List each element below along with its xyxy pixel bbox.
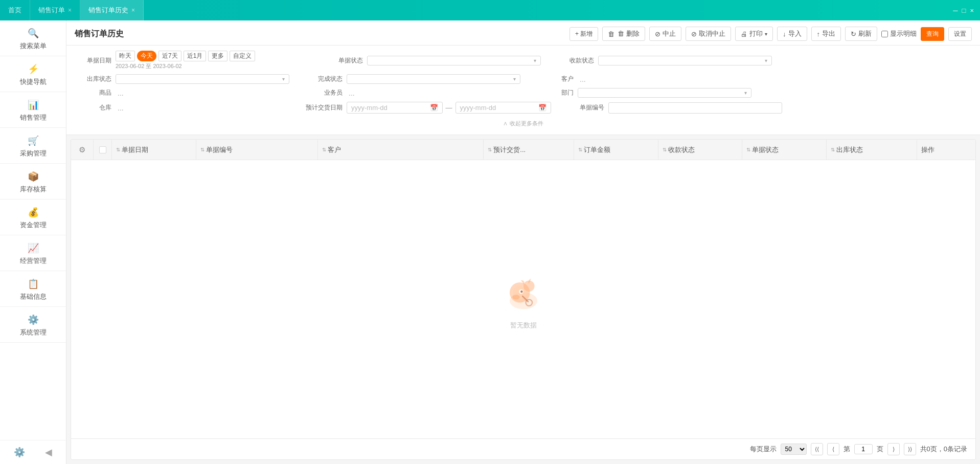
page-prev-btn[interactable]: ⟨ <box>827 443 839 455</box>
salesperson-picker-btn[interactable]: ... <box>347 89 357 97</box>
collapse-bar[interactable]: ∧ 收起更多条件 <box>75 118 972 129</box>
cancel-stop-icon: ⊘ <box>691 30 697 38</box>
th-delivery[interactable]: ⇅ 预计交货... <box>484 140 574 160</box>
sidebar-item-basic-info[interactable]: 📋 基础信息 <box>0 271 66 307</box>
settings-button[interactable]: 设置 <box>948 27 972 41</box>
th-order-status-sort-icon: ⇅ <box>746 147 750 152</box>
sidebar-item-operations-label: 经营管理 <box>20 256 47 266</box>
print-button[interactable]: 🖨 打印 ▾ <box>735 27 773 41</box>
display-detail-checkbox[interactable] <box>881 31 888 37</box>
tab-sales-order[interactable]: 销售订单 × <box>30 0 80 20</box>
warehouse-filter: ... <box>116 104 289 112</box>
customer-filter: ... <box>578 75 751 83</box>
date-to-input[interactable]: yyyy-mm-dd 📅 <box>455 102 552 114</box>
per-page-label: 每页显示 <box>750 445 777 454</box>
salesperson-label: 业务员 <box>306 89 347 97</box>
th-sn[interactable]: ⇅ 单据编号 <box>196 140 318 160</box>
select-all-checkbox[interactable] <box>99 146 106 153</box>
order-status-select[interactable]: ▾ <box>367 56 541 65</box>
sidebar-item-purchase-mgmt[interactable]: 🛒 采购管理 <box>0 128 66 164</box>
sidebar-collapse-icon[interactable]: ◀ <box>45 447 52 458</box>
tab-sales-order-close[interactable]: × <box>68 7 72 14</box>
sidebar-item-quick-nav[interactable]: ⚡ 快捷导航 <box>0 56 66 92</box>
page-last-btn[interactable]: ⟩⟩ <box>904 443 916 455</box>
stop-button[interactable]: ⊘ 中止 <box>649 27 681 41</box>
date-btn-custom[interactable]: 自定义 <box>230 51 255 61</box>
filter-row-3: 商品 ... 业务员 ... 部门 ▾ <box>75 88 972 98</box>
filter-row-4: 仓库 ... 预计交货日期 yyyy-mm-dd 📅 — yyyy-mm-dd … <box>75 102 972 114</box>
window-maximize[interactable]: □ <box>962 7 966 14</box>
sidebar-item-funds-mgmt[interactable]: 💰 资金管理 <box>0 200 66 235</box>
date-quick-buttons: 昨天 今天 近7天 近1月 更多 自定义 <box>116 51 310 61</box>
refresh-icon: ↻ <box>851 30 856 38</box>
per-page-select[interactable]: 50 10 20 100 <box>781 444 807 455</box>
date-btn-more[interactable]: 更多 <box>208 51 227 61</box>
th-date-label: 单据日期 <box>122 145 148 154</box>
th-pay-status-label: 收款状态 <box>668 145 695 154</box>
import-icon: ↓ <box>783 30 786 38</box>
th-out-status[interactable]: ⇅ 出库状态 <box>827 140 917 160</box>
new-button[interactable]: + 新增 <box>569 27 598 41</box>
sidebar-item-basic-info-label: 基础信息 <box>20 292 47 301</box>
date-btn-today[interactable]: 今天 <box>137 51 156 61</box>
th-customer-label: 客户 <box>328 145 341 154</box>
sidebar-item-inventory[interactable]: 📦 库存核算 <box>0 164 66 200</box>
tab-sales-order-history[interactable]: 销售订单历史 × <box>80 0 144 20</box>
department-select[interactable]: ▾ <box>578 88 751 98</box>
complete-status-filter: ▾ <box>347 74 520 84</box>
payment-status-label: 收款状态 <box>557 56 598 65</box>
toolbar: + 新增 🗑 🗑 删除 ⊘ 中止 ⊘ 取消中止 🖨 打印 ▾ <box>569 27 972 41</box>
import-button[interactable]: ↓ 导入 <box>777 27 807 41</box>
date-from-cal-icon[interactable]: 📅 <box>430 104 438 112</box>
tab-sales-order-history-close[interactable]: × <box>131 7 135 14</box>
sidebar-item-sales-mgmt[interactable]: 📊 销售管理 <box>0 92 66 128</box>
page-next-btn[interactable]: ⟩ <box>887 443 900 455</box>
window-minimize[interactable]: ─ <box>953 7 958 14</box>
th-settings[interactable]: ⚙ <box>71 140 94 160</box>
th-order-status[interactable]: ⇅ 单据状态 <box>742 140 827 160</box>
table-settings-icon[interactable]: ⚙ <box>79 145 85 154</box>
sidebar-item-purchase-mgmt-label: 采购管理 <box>20 149 47 158</box>
total-records: 共0页，0条记录 <box>920 445 967 454</box>
cancel-stop-button[interactable]: ⊘ 取消中止 <box>686 27 731 41</box>
warehouse-label: 仓库 <box>75 103 116 112</box>
out-stock-select[interactable]: ▾ <box>116 74 289 84</box>
filter-row-2: 出库状态 ▾ 完成状态 ▾ 客户 ... <box>75 74 972 84</box>
query-button[interactable]: 查询 <box>921 27 944 41</box>
complete-status-select[interactable]: ▾ <box>347 74 520 84</box>
th-pay-status[interactable]: ⇅ 收款状态 <box>658 140 743 160</box>
date-btn-yesterday[interactable]: 昨天 <box>116 51 135 61</box>
date-from-input[interactable]: yyyy-mm-dd 📅 <box>347 102 443 114</box>
sidebar-item-search-menu[interactable]: 🔍 搜索菜单 <box>0 20 66 56</box>
th-checkbox[interactable] <box>94 140 112 160</box>
refresh-button[interactable]: ↻ 刷新 <box>845 27 877 41</box>
settings-bottom-icon[interactable]: ⚙️ <box>14 447 25 458</box>
current-page-input[interactable] <box>854 444 873 454</box>
goods-picker-btn[interactable]: ... <box>116 89 126 97</box>
sidebar-item-operations[interactable]: 📈 经营管理 <box>0 235 66 271</box>
delete-button[interactable]: 🗑 🗑 删除 <box>602 27 645 41</box>
window-close[interactable]: × <box>970 7 974 14</box>
export-button[interactable]: ↑ 导出 <box>811 27 841 41</box>
th-date[interactable]: ⇅ 单据日期 <box>112 140 196 160</box>
page-first-btn[interactable]: ⟨⟨ <box>811 443 823 455</box>
date-filter: 昨天 今天 近7天 近1月 更多 自定义 2023-06-02 至 2023-0… <box>116 51 310 70</box>
sidebar-item-system-mgmt[interactable]: ⚙️ 系统管理 <box>0 307 66 343</box>
funds-mgmt-icon: 💰 <box>28 207 39 218</box>
tab-sales-order-history-label: 销售订单历史 <box>88 6 128 15</box>
order-number-input[interactable] <box>608 102 782 114</box>
cancel-stop-label: 取消中止 <box>699 29 725 38</box>
payment-status-select[interactable]: ▾ <box>598 56 772 65</box>
warehouse-picker-btn[interactable]: ... <box>116 104 126 112</box>
customer-picker-btn[interactable]: ... <box>578 75 588 83</box>
th-customer[interactable]: ⇅ 客户 <box>318 140 484 160</box>
tab-home[interactable]: 首页 <box>0 0 30 20</box>
out-stock-chevron-icon: ▾ <box>282 76 285 82</box>
date-from-placeholder: yyyy-mm-dd <box>351 104 388 112</box>
content-area: 销售订单历史 + 新增 🗑 🗑 删除 ⊘ 中止 ⊘ 取消中止 🖨 打印 <box>66 20 980 464</box>
date-btn-last7[interactable]: 近7天 <box>158 51 181 61</box>
th-amount[interactable]: ⇅ 订单金额 <box>574 140 658 160</box>
date-to-cal-icon[interactable]: 📅 <box>538 104 546 112</box>
table-header: ⚙ ⇅ 单据日期 ⇅ 单据编号 ⇅ 客户 ⇅ <box>71 140 975 160</box>
date-btn-last1month[interactable]: 近1月 <box>184 51 207 61</box>
